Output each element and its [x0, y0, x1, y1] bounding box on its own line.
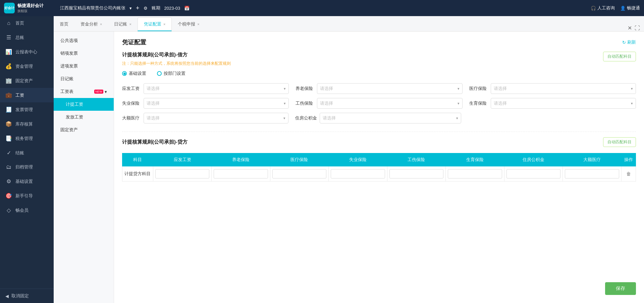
leftnav-pay-salary[interactable]: 发放工资: [54, 111, 114, 123]
th-zhufang: 住房公积金: [504, 153, 562, 166]
th-yiliao: 医疗保险: [270, 153, 328, 166]
salary-icon: 💼: [5, 92, 12, 98]
sidebar: ⌂ 首页 ☰ 总账 📊 云报表中心 💰 资金管理 🏢 固定资产 💼 工资 🧾 发…: [0, 16, 54, 303]
td-yingfa-input[interactable]: [153, 166, 211, 182]
select-gongshang-baoxian[interactable]: 请选择 ▾: [317, 98, 462, 109]
home-icon: ⌂: [5, 20, 12, 26]
sidebar-item-ledger[interactable]: ☰ 总账: [0, 30, 54, 45]
expand-btn[interactable]: ⛶: [635, 25, 640, 31]
sidebar-item-assets[interactable]: 🏢 固定资产: [0, 73, 54, 88]
debit-auto-match-btn[interactable]: 自动匹配科目: [603, 52, 636, 61]
period-value: 2023-03: [164, 6, 180, 11]
td-dae-input[interactable]: [563, 166, 621, 182]
refresh-btn[interactable]: ↻ 刷新: [622, 39, 636, 45]
select-shengyu-baoxian[interactable]: 请选择 ▾: [491, 98, 636, 109]
headphone-icon: 🎧: [591, 6, 596, 11]
radio-dept[interactable]: 按部门设置: [157, 70, 185, 77]
leftnav-fixed-assets[interactable]: 固定资产: [54, 123, 114, 136]
consult-btn[interactable]: 🎧 人工咨询: [591, 5, 615, 11]
delete-row-btn[interactable]: 🗑: [626, 171, 631, 176]
leftnav-calc-salary[interactable]: 计提工资: [54, 98, 114, 111]
th-subject: 科目: [122, 153, 153, 166]
calendar-icon[interactable]: 📅: [184, 6, 190, 11]
select-shiye-baoxian[interactable]: 请选择 ▾: [144, 98, 289, 109]
input-yanglao[interactable]: [214, 169, 268, 179]
th-yingfa: 应发工资: [153, 153, 211, 166]
debit-section-title: 计提核算规则(公司承担)-借方: [122, 52, 231, 58]
sidebar-item-reports[interactable]: 📊 云报表中心: [0, 45, 54, 59]
guide-icon: 🎯: [5, 193, 12, 199]
leftnav-purchase[interactable]: 进项发票: [54, 60, 114, 72]
save-btn[interactable]: 保存: [605, 282, 636, 295]
th-action: 操作: [621, 153, 636, 166]
td-yiliao-input[interactable]: [270, 166, 328, 182]
sidebar-item-salary[interactable]: 💼 工资: [0, 88, 54, 102]
leftnav-journal[interactable]: 日记账: [54, 72, 114, 85]
radio-basic[interactable]: 基础设置: [122, 70, 146, 77]
select-yiliao-baoxian[interactable]: 请选择 ▾: [491, 83, 636, 94]
leftnav-sales[interactable]: 销项发票: [54, 47, 114, 60]
sidebar-footer-unpin[interactable]: ◀ 取消固定: [0, 289, 54, 303]
credit-table: 科目 应发工资 养老保险 医疗保险 失业保险 工伤保险 生育保险 住房公积金 大…: [122, 153, 636, 182]
td-yanglao-input[interactable]: [212, 166, 270, 182]
select-yanglao-baoxian[interactable]: 请选择 ▾: [317, 83, 462, 94]
sidebar-item-tax[interactable]: 📑 税务管理: [0, 131, 54, 146]
sidebar-item-home[interactable]: ⌂ 首页: [0, 16, 54, 30]
tab-journal[interactable]: 日记账 ×: [108, 18, 137, 31]
tab-home[interactable]: 首页: [54, 18, 74, 31]
chevron-icon4: ▾: [284, 101, 286, 106]
sidebar-item-settings[interactable]: ⚙ 基础设置: [0, 174, 54, 189]
td-action: 🗑: [621, 166, 636, 182]
td-zhufang-input[interactable]: [504, 166, 562, 182]
sidebar-item-stock[interactable]: 📦 库存核算: [0, 117, 54, 131]
sidebar-item-invoice[interactable]: 🧾 发票管理: [0, 102, 54, 117]
td-shengyu-input[interactable]: [446, 166, 504, 182]
assets-icon: 🏢: [5, 78, 12, 84]
credit-section-title: 计提核算规则(公司承担)-贷方: [122, 139, 187, 145]
logo-text: 畅捷通好会计: [17, 3, 44, 9]
td-shiye-input[interactable]: [329, 166, 387, 182]
leftnav-salary-table[interactable]: 工资表 NEW ▾: [54, 85, 114, 98]
user-btn[interactable]: 👤 畅捷通: [620, 5, 640, 11]
sidebar-label-stock: 库存核算: [15, 121, 33, 127]
chevron-icon3: ▾: [631, 87, 633, 91]
tab-close-voucher[interactable]: ×: [163, 22, 165, 26]
tab-close-fund[interactable]: ×: [100, 22, 102, 26]
settings-btn[interactable]: ⚙: [144, 6, 148, 11]
sidebar-item-closing[interactable]: ✓ 结账: [0, 146, 54, 160]
select-yingfa-gongzi[interactable]: 请选择 ▾: [144, 83, 289, 94]
input-zhufang[interactable]: [506, 169, 560, 179]
input-yiliao[interactable]: [272, 169, 326, 179]
td-gongshang-input[interactable]: [387, 166, 445, 182]
add-account-btn[interactable]: +: [136, 5, 140, 12]
select-zhufang-gongjijin[interactable]: 请选择 ▾: [320, 113, 462, 123]
sidebar-label-ledger: 总账: [15, 35, 24, 41]
input-shiye[interactable]: [331, 169, 385, 179]
input-shengyu[interactable]: [448, 169, 502, 179]
radio-dot-dept: [157, 71, 162, 76]
close-all-tabs-btn[interactable]: ✕: [628, 25, 632, 31]
company-dropdown-btn[interactable]: ▾: [129, 6, 132, 11]
sidebar-item-archive[interactable]: 🗂 归档管理: [0, 160, 54, 174]
credit-auto-match-btn[interactable]: 自动匹配科目: [603, 137, 636, 147]
input-gongshang[interactable]: [389, 169, 443, 179]
input-dae[interactable]: [565, 169, 619, 179]
sidebar-item-guide[interactable]: 🎯 新手引导: [0, 189, 54, 203]
tab-tax-report[interactable]: 个税申报 ×: [172, 18, 205, 31]
select-dae-yiliao[interactable]: 请选择 ▾: [144, 113, 288, 123]
tab-voucher-config[interactable]: 凭证配置 ×: [138, 17, 172, 31]
tab-close-journal[interactable]: ×: [129, 22, 131, 26]
company-name: 江西服宝精品有限责任公司内账张: [60, 5, 125, 11]
sidebar-label-member: 畅会员: [15, 207, 29, 213]
sidebar-label-archive: 归档管理: [15, 164, 33, 170]
leftnav-public[interactable]: 公共选项: [54, 34, 114, 47]
page-header: 凭证配置 ↻ 刷新: [122, 38, 636, 46]
tab-close-tax[interactable]: ×: [197, 22, 199, 26]
sidebar-item-member[interactable]: ◇ 畅会员: [0, 203, 54, 217]
input-yingfa[interactable]: [155, 169, 209, 179]
field-yiliao-baoxian: 医疗保险 请选择 ▾: [469, 83, 636, 94]
period-label: 账期: [152, 5, 160, 11]
sidebar-item-funds[interactable]: 💰 资金管理: [0, 59, 54, 73]
page-content: 公共选项 销项发票 进项发票 日记账 工资表 NEW ▾ 计提工资 发放工资 固…: [54, 32, 644, 303]
tab-fund-analysis[interactable]: 资金分析 ×: [74, 18, 108, 31]
